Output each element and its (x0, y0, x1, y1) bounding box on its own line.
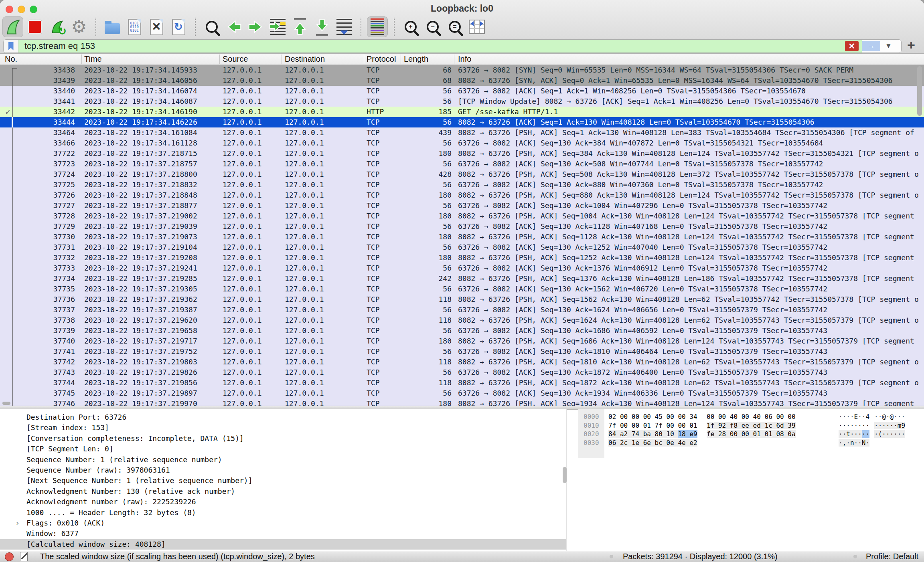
go-last-packet-button[interactable] (312, 16, 332, 37)
column-divider[interactable] (401, 55, 401, 64)
resize-columns-button[interactable] (466, 16, 487, 37)
packet-row[interactable]: 334662023-10-22 19:17:34.161128127.0.0.1… (0, 138, 924, 148)
hex-row[interactable]: 000002 00 00 00 45 00 00 3400 00 40 00 4… (578, 412, 924, 421)
stop-icon (29, 21, 41, 33)
column-divider[interactable] (282, 55, 282, 64)
packet-row[interactable]: 377272023-10-22 19:17:37.218877127.0.0.1… (0, 200, 924, 211)
detail-line[interactable]: Destination Port: 63726 (0, 412, 566, 423)
packet-row[interactable]: 377352023-10-22 19:17:37.219305127.0.0.1… (0, 284, 924, 294)
packet-row[interactable]: 377312023-10-22 19:17:37.219104127.0.0.1… (0, 242, 924, 253)
restart-capture-button[interactable]: ↻ (47, 16, 67, 37)
packet-row[interactable]: 377412023-10-22 19:17:37.219752127.0.0.1… (0, 346, 924, 357)
packet-row[interactable]: 334412023-10-22 19:17:34.146087127.0.0.1… (0, 96, 924, 107)
detail-line[interactable]: [Next Sequence Number: 1 (relative seque… (0, 475, 566, 486)
packet-row[interactable]: 377382023-10-22 19:17:37.219620127.0.0.1… (0, 315, 924, 325)
expander-chevron-icon[interactable]: › (16, 518, 19, 528)
details-scrollbar-thumb[interactable] (563, 467, 567, 483)
hex-row[interactable]: 003006 2c 1e 6e bc 0e 4e e2·,·n··N· (578, 439, 924, 447)
go-back-button[interactable] (223, 16, 244, 37)
detail-line[interactable]: [Conversation completeness: Incomplete, … (0, 433, 566, 444)
reload-file-button[interactable]: ↻ (168, 16, 189, 37)
detail-line[interactable]: 1000 .... = Header Length: 32 bytes (8) (0, 507, 566, 518)
column-header-time[interactable]: Time (84, 54, 102, 65)
filter-dropdown-caret[interactable]: ▼ (885, 40, 892, 53)
packet-row[interactable]: 377232023-10-22 19:17:37.218757127.0.0.1… (0, 159, 924, 169)
detail-line[interactable]: ›Flags: 0x010 (ACK) (0, 518, 566, 528)
go-first-packet-button[interactable] (290, 16, 310, 37)
packet-row[interactable]: 334382023-10-22 19:17:34.145933127.0.0.1… (0, 65, 924, 75)
packet-row[interactable]: 377282023-10-22 19:17:37.219002127.0.0.1… (0, 211, 924, 221)
go-forward-button[interactable] (245, 16, 266, 37)
auto-scroll-button[interactable] (334, 16, 355, 37)
filter-clear-button[interactable]: ✕ (845, 41, 859, 51)
capture-comment-icon[interactable] (20, 552, 28, 561)
colorize-packets-button[interactable] (367, 16, 388, 37)
open-file-button[interactable] (102, 16, 123, 37)
packet-row[interactable]: 377242023-10-22 19:17:37.218800127.0.0.1… (0, 169, 924, 180)
column-divider[interactable] (219, 55, 220, 64)
filter-input[interactable]: tcp.stream eq 153 ✕ → ▼ (3, 39, 902, 53)
find-packet-button[interactable] (201, 16, 222, 37)
start-capture-button[interactable] (2, 16, 23, 37)
close-file-button[interactable]: ✕ (146, 16, 167, 37)
packet-row[interactable]: 377302023-10-22 19:17:37.219073127.0.0.1… (0, 232, 924, 242)
column-header-info[interactable]: Info (458, 54, 471, 65)
column-header-destination[interactable]: Destination (285, 54, 325, 65)
detail-line[interactable]: Acknowledgment number (raw): 2225239226 (0, 497, 566, 507)
filter-text[interactable]: tcp.stream eq 153 (24, 40, 95, 53)
packet-row[interactable]: 377422023-10-22 19:17:37.219803127.0.0.1… (0, 357, 924, 367)
save-file-button[interactable]: 010101100101 (124, 16, 145, 37)
column-divider[interactable] (454, 55, 454, 64)
packet-row[interactable]: 377332023-10-22 19:17:37.219241127.0.0.1… (0, 263, 924, 273)
detail-line[interactable]: Sequence Number (raw): 3978063161 (0, 465, 566, 475)
column-header-no[interactable]: No. (5, 54, 17, 65)
packet-bytes-pane[interactable]: 000002 00 00 00 45 00 00 3400 00 40 00 4… (578, 409, 924, 551)
filter-add-button[interactable]: + (903, 37, 919, 53)
status-profile[interactable]: Profile: Default (866, 551, 918, 562)
packet-row[interactable]: 377222023-10-22 19:17:37.218715127.0.0.1… (0, 148, 924, 159)
detail-line[interactable]: [Calculated window size: 408128] (0, 539, 566, 550)
detail-line[interactable]: [Stream index: 153] (0, 423, 566, 433)
zoom-reset-button[interactable]: = (444, 16, 465, 37)
packet-list-vertical-scrollbar[interactable] (917, 66, 922, 116)
packet-row[interactable]: 377402023-10-22 19:17:37.219717127.0.0.1… (0, 336, 924, 346)
packet-row[interactable]: 377342023-10-22 19:17:37.219285127.0.0.1… (0, 273, 924, 284)
detail-line[interactable]: Sequence Number: 1 (relative sequence nu… (0, 455, 566, 465)
packet-row[interactable]: 377362023-10-22 19:17:37.219362127.0.0.1… (0, 294, 924, 305)
zoom-in-button[interactable]: + (400, 16, 421, 37)
column-header-source[interactable]: Source (223, 54, 248, 65)
column-header-protocol[interactable]: Protocol (367, 54, 396, 65)
packet-row[interactable]: 377462023-10-22 19:17:37.219970127.0.0.1… (0, 398, 924, 406)
hex-row[interactable]: 002084 a2 74 ba 80 10 18 e9fe 28 00 00 0… (578, 430, 924, 439)
filter-apply-button[interactable]: → (862, 41, 880, 51)
packet-row[interactable]: 377442023-10-22 19:17:37.219856127.0.0.1… (0, 378, 924, 388)
stop-capture-button[interactable] (24, 16, 45, 37)
packet-row[interactable]: 377372023-10-22 19:17:37.219387127.0.0.1… (0, 305, 924, 315)
packet-row[interactable]: 377252023-10-22 19:17:37.218832127.0.0.1… (0, 180, 924, 190)
packet-details-pane[interactable]: Destination Port: 63726[Stream index: 15… (0, 409, 566, 551)
packet-row[interactable]: 334402023-10-22 19:17:34.146074127.0.0.1… (0, 86, 924, 96)
detail-line[interactable]: Acknowledgment Number: 130 (relative ack… (0, 486, 566, 497)
packet-row[interactable]: 334422023-10-22 19:17:34.146190127.0.0.1… (0, 107, 924, 117)
zoom-out-button[interactable]: − (422, 16, 443, 37)
filter-bookmark-button[interactable] (4, 40, 18, 53)
expert-info-icon[interactable] (5, 552, 14, 561)
detail-line[interactable]: Window: 6377 (0, 528, 566, 539)
hex-row[interactable]: 00107f 00 00 01 7f 00 00 011f 92 f8 ee e… (578, 421, 924, 430)
packet-row[interactable]: 377452023-10-22 19:17:37.219897127.0.0.1… (0, 388, 924, 398)
packet-row[interactable]: 377392023-10-22 19:17:37.219658127.0.0.1… (0, 325, 924, 336)
packet-list-horizontal-scrollbar[interactable] (2, 402, 10, 405)
packet-row[interactable]: 334442023-10-22 19:17:34.146226127.0.0.1… (0, 117, 924, 127)
packet-row[interactable]: 377322023-10-22 19:17:37.219208127.0.0.1… (0, 253, 924, 263)
packet-row[interactable]: 334642023-10-22 19:17:34.161084127.0.0.1… (0, 127, 924, 138)
packet-row[interactable]: 377262023-10-22 19:17:37.218848127.0.0.1… (0, 190, 924, 200)
go-to-packet-button[interactable] (267, 16, 288, 37)
packet-row[interactable]: 334392023-10-22 19:17:34.146056127.0.0.1… (0, 75, 924, 86)
column-divider[interactable] (364, 55, 364, 64)
detail-line[interactable]: [TCP Segment Len: 0] (0, 444, 566, 454)
column-header-length[interactable]: Length (404, 54, 428, 65)
column-divider[interactable] (81, 55, 82, 64)
packet-row[interactable]: 377432023-10-22 19:17:37.219826127.0.0.1… (0, 367, 924, 378)
packet-row[interactable]: 377292023-10-22 19:17:37.219039127.0.0.1… (0, 221, 924, 232)
capture-options-button[interactable]: ⚙ (69, 16, 89, 37)
